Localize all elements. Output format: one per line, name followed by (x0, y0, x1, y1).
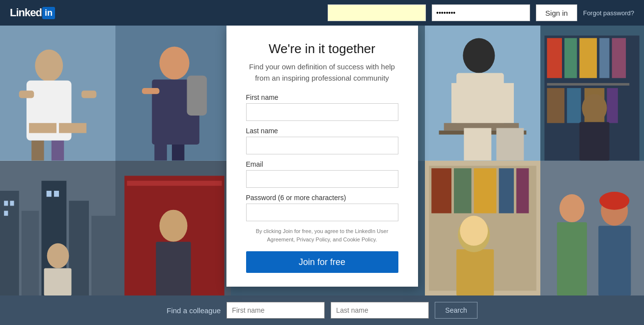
svg-rect-66 (516, 168, 529, 213)
bottom-bar: Find a colleague Search (0, 295, 644, 325)
svg-point-72 (560, 194, 585, 222)
svg-rect-52 (44, 268, 72, 295)
svg-rect-57 (156, 241, 191, 295)
bg-cell-6 (0, 161, 115, 296)
svg-rect-46 (4, 201, 8, 206)
card-subtitle: Find your own definition of success with… (246, 61, 398, 84)
bg-cell-4 (425, 26, 540, 161)
logo-area: Linked in (10, 6, 55, 19)
bg-cell-1 (0, 26, 115, 161)
svg-rect-48 (4, 210, 8, 215)
header: Linked in Sign in Forgot password? (0, 0, 644, 26)
svg-rect-47 (10, 201, 14, 206)
svg-rect-65 (499, 168, 514, 213)
svg-rect-5 (31, 141, 44, 161)
svg-rect-3 (19, 90, 34, 98)
svg-rect-49 (47, 191, 52, 197)
sign-in-button[interactable]: Sign in (536, 4, 577, 21)
find-colleague-label: Find a colleague (167, 306, 221, 315)
signup-card: We're in it together Find your own defin… (226, 26, 418, 287)
bg-cell-5 (540, 26, 644, 161)
svg-rect-6 (52, 141, 64, 161)
svg-point-1 (35, 50, 63, 82)
svg-rect-21 (502, 83, 514, 123)
forgot-password-link[interactable]: Forgot password? (583, 9, 634, 17)
svg-rect-20 (451, 83, 464, 123)
svg-rect-63 (454, 168, 472, 213)
main: We're in it together Find your own defin… (0, 26, 644, 325)
last-name-label: Last name (246, 127, 398, 135)
card-title: We're in it together (246, 41, 398, 57)
email-input[interactable] (246, 170, 398, 188)
svg-rect-41 (0, 191, 19, 296)
svg-point-70 (460, 215, 488, 245)
svg-rect-55 (127, 180, 222, 185)
svg-rect-37 (607, 88, 617, 123)
svg-point-38 (582, 94, 607, 122)
svg-rect-39 (580, 122, 610, 160)
svg-rect-12 (142, 88, 160, 94)
bg-cell-9 (425, 161, 540, 296)
email-label: Email (246, 160, 398, 168)
svg-rect-42 (22, 210, 39, 295)
svg-point-75 (599, 192, 629, 210)
header-email-input[interactable] (328, 4, 426, 21)
header-password-input[interactable] (432, 4, 530, 21)
first-name-label: First name (246, 93, 398, 101)
terms-text: By clicking Join for free, you agree to … (246, 227, 398, 243)
first-name-input[interactable] (246, 103, 398, 121)
bg-cell-10 (540, 161, 644, 296)
svg-point-51 (47, 243, 69, 268)
svg-rect-76 (598, 226, 631, 295)
svg-rect-64 (474, 168, 497, 213)
svg-point-56 (160, 209, 188, 241)
password-label: Password (6 or more characters) (246, 194, 398, 202)
svg-rect-4 (82, 90, 97, 98)
last-name-input[interactable] (246, 137, 398, 154)
svg-rect-28 (547, 38, 562, 78)
logo-in-box: in (42, 7, 55, 19)
svg-rect-45 (91, 215, 115, 295)
svg-rect-35 (567, 88, 581, 123)
svg-rect-31 (599, 38, 609, 78)
svg-rect-44 (69, 201, 89, 295)
svg-rect-8 (59, 123, 86, 133)
join-for-free-button[interactable]: Join for free (246, 251, 398, 273)
bg-cell-2 (115, 26, 231, 161)
svg-rect-15 (172, 145, 184, 161)
svg-point-18 (463, 38, 495, 73)
password-group: Password (6 or more characters) (246, 194, 398, 221)
svg-rect-7 (29, 123, 56, 133)
svg-rect-13 (187, 76, 207, 116)
svg-rect-30 (580, 38, 597, 78)
linkedin-logo: Linked in (10, 6, 55, 19)
email-group: Email (246, 160, 398, 188)
search-button[interactable]: Search (435, 302, 477, 319)
svg-point-10 (160, 47, 190, 80)
colleague-lastname-input[interactable] (331, 302, 429, 319)
svg-rect-33 (547, 83, 629, 86)
svg-rect-68 (456, 249, 494, 295)
bg-cell-7 (115, 161, 231, 296)
colleague-firstname-input[interactable] (226, 302, 325, 319)
svg-rect-62 (431, 168, 451, 213)
svg-rect-73 (557, 222, 587, 295)
password-input[interactable] (246, 204, 398, 221)
last-name-group: Last name (246, 127, 398, 154)
svg-rect-24 (464, 128, 491, 160)
svg-rect-25 (496, 128, 524, 160)
svg-rect-29 (564, 38, 577, 78)
svg-rect-34 (547, 88, 564, 123)
first-name-group: First name (246, 93, 398, 121)
svg-rect-32 (612, 38, 626, 78)
svg-rect-14 (154, 145, 167, 161)
logo-text: Linked (10, 6, 42, 19)
svg-rect-50 (54, 191, 59, 197)
